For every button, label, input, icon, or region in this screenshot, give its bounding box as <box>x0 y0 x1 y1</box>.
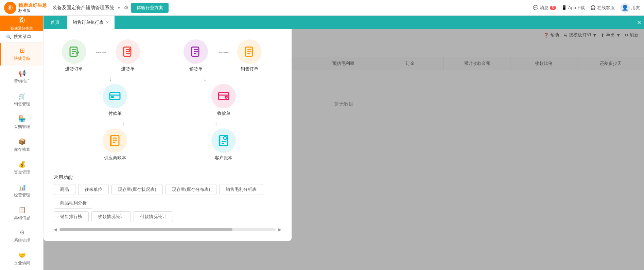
sidebar-label-quick: 快捷导航 <box>14 56 30 61</box>
sidebar-label-enterprise: 企业协同 <box>14 260 30 266</box>
avatar: 👤 <box>620 3 630 13</box>
sidebar-item-basic[interactable]: 📋 基础信息 <box>0 202 43 225</box>
common-section: 常用功能 商品 往来单位 现存量(库存状况表) 现存量(库存分布表) 销售毛利分… <box>54 175 281 222</box>
experience-button[interactable]: 体验行业方案 <box>131 3 169 13</box>
sidebar-logo: ⑥ 畅康通好生意 <box>0 16 43 31</box>
btn-product-margin[interactable]: 商品毛利分析 <box>54 198 93 209</box>
spacer1 <box>54 75 94 83</box>
btn-payment-stats[interactable]: 付款情况统计 <box>134 211 173 222</box>
flow-node-supplier-book[interactable]: 供应商账本 <box>94 128 135 161</box>
flow-col-purchase-bill: 进货单 <box>107 39 148 72</box>
flow-node-customer-book[interactable]: 客户账本 <box>203 128 244 161</box>
logo-sub: 标准版 <box>18 8 47 14</box>
right-content: 首页 销售订单执行表 ✕ ✕ ❓ 帮助 🖨 按 <box>43 16 644 270</box>
customer-book-icon <box>211 128 236 153</box>
basic-icon: 📋 <box>18 206 26 214</box>
btn-sales-margin[interactable]: 销售毛利分析表 <box>219 184 263 195</box>
btn-receipt-stats[interactable]: 收款情况统计 <box>91 211 131 222</box>
content-body: ❓ 帮助 🖨 按模板打印 ▼ ⬆ 导出 ▼ ↻ 刷 <box>43 29 644 270</box>
scroll-bar-area: ◀ ▶ <box>54 225 281 234</box>
enterprise-icon: 🤝 <box>18 252 26 259</box>
marketing-icon: 📢 <box>18 70 26 77</box>
customer-book-label: 客户账本 <box>215 155 232 161</box>
sidebar-item-purchase[interactable]: 🏪 采购管理 <box>0 111 43 134</box>
flow-node-purchase-order[interactable]: 进货订单 <box>54 39 94 72</box>
flow-node-payment[interactable]: 付款单 <box>94 84 135 116</box>
supplier-book-icon <box>103 128 127 153</box>
message-button[interactable]: 💬 消息 5 <box>533 5 556 11</box>
scroll-left-arrow[interactable]: ◀ <box>54 227 57 232</box>
down-arrow-receipt: ↓ <box>204 120 228 127</box>
online-service-label: 在线客服 <box>597 5 615 11</box>
flow-col-purchase-order: 进货订单 <box>54 39 94 72</box>
purchase-bill-label: 进货单 <box>121 66 135 72</box>
tab-home[interactable]: 首页 <box>43 16 67 29</box>
sales-icon: 🛒 <box>18 92 26 100</box>
down-arrow-payment: ↓ <box>111 120 136 127</box>
scroll-thumb <box>59 228 232 231</box>
scroll-right-arrow[interactable]: ▶ <box>278 227 281 232</box>
headset-icon: 🎧 <box>590 5 596 10</box>
sidebar-item-sales[interactable]: 🛒 销售管理 <box>0 88 43 111</box>
gear-icon[interactable]: ⚙ <box>124 4 128 11</box>
sidebar-item-enterprise[interactable]: 🤝 企业协同 <box>0 248 43 270</box>
sales-bill-label: 销货单 <box>189 66 203 72</box>
purchase-order-label: 进货订单 <box>65 66 83 72</box>
btn-contacts[interactable]: 往来单位 <box>78 184 109 195</box>
tab-bar-close-icon[interactable]: ✕ <box>637 19 641 26</box>
btn-stock-dist[interactable]: 现存量(库存分布表) <box>166 184 217 195</box>
flow-down-row: ↓ ↓ <box>54 75 281 83</box>
purchase-order-icon <box>62 39 86 64</box>
sidebar-item-system[interactable]: ⚙ 系统管理 <box>0 225 43 248</box>
common-title: 常用功能 <box>54 175 281 181</box>
sidebar: ⑥ 畅康通好生意 🔍 搜索菜单 ⊞ 快捷导航 📢 营销推广 🛒 销售管理 🏪 <box>0 16 43 270</box>
down-arrow-receipt-icon: ↓ <box>215 120 218 127</box>
down-arrow-sales: ↓ <box>183 75 224 83</box>
sidebar-item-quick[interactable]: ⊞ 快捷导航 <box>0 43 43 66</box>
sidebar-logo-icon: ⑥ <box>18 16 25 25</box>
sales-order-icon <box>237 39 262 64</box>
tab-close-icon[interactable]: ✕ <box>106 20 109 25</box>
system-name-area: 装备及固定资产辅助管理系统 ▼ ⚙ 体验行业方案 <box>52 3 533 13</box>
down-arrow-purchase: ↓ <box>94 75 115 83</box>
flow-section: 进货订单 - - - → 进货单 <box>54 36 281 171</box>
btn-sales-rank[interactable]: 销售排行榜 <box>54 211 89 222</box>
sidebar-label-inventory: 库存核算 <box>14 147 30 152</box>
search-icon: 🔍 <box>6 34 12 39</box>
sidebar-item-marketing[interactable]: 📢 营销推广 <box>0 66 43 88</box>
tab-sales-order[interactable]: 销售订单执行表 ✕ <box>67 16 115 29</box>
flow-col-sales-order: 销售订单 <box>229 39 270 72</box>
sidebar-search[interactable]: 🔍 搜索菜单 <box>0 31 43 43</box>
supplier-book-label: 供应商账本 <box>104 155 126 161</box>
flow-node-receipt[interactable]: 收款单 <box>203 84 244 116</box>
purchase-bill-icon <box>116 39 140 64</box>
sidebar-item-operation[interactable]: 📊 经营管理 <box>0 179 43 202</box>
funds-icon: 💰 <box>18 161 26 168</box>
spacer6 <box>136 120 204 127</box>
logo-area: ⑥ 畅康通好生意 标准版 <box>4 2 47 14</box>
flow-node-purchase-bill[interactable]: 进货单 <box>107 39 148 72</box>
scroll-track[interactable] <box>59 228 276 231</box>
sidebar-item-funds[interactable]: 💰 资金管理 <box>0 157 43 179</box>
modal-overlay[interactable]: 进货订单 - - - → 进货单 <box>43 29 644 270</box>
online-service-button[interactable]: 🎧 在线客服 <box>590 5 615 11</box>
logo-icon: ⑥ <box>4 2 16 14</box>
app-download-button[interactable]: 📱 App下载 <box>561 5 585 11</box>
logo-text: 畅康通好生意 标准版 <box>18 2 47 14</box>
btn-stock-status[interactable]: 现存量(库存状况表) <box>111 184 163 195</box>
sidebar-label-operation: 经营管理 <box>14 192 30 198</box>
payment-icon <box>103 84 127 108</box>
user-area[interactable]: 👤 用友 <box>620 3 640 13</box>
common-buttons-2: 销售排行榜 收款情况统计 付款情况统计 <box>54 211 281 222</box>
flow-node-sales-bill[interactable]: 销货单 <box>175 39 216 72</box>
payment-label: 付款单 <box>108 110 122 116</box>
flow-node-sales-order[interactable]: 销售订单 <box>229 39 270 72</box>
system-dropdown-icon[interactable]: ▼ <box>117 5 121 10</box>
btn-product[interactable]: 商品 <box>54 184 75 195</box>
sales-bill-icon <box>184 39 208 64</box>
user-name: 用友 <box>631 5 640 11</box>
search-label: 搜索菜单 <box>14 34 31 40</box>
sidebar-item-inventory[interactable]: 📦 库存核算 <box>0 134 43 157</box>
home-label: 首页 <box>50 19 60 25</box>
top-bar-right: 💬 消息 5 📱 App下载 🎧 在线客服 👤 用友 <box>533 3 640 13</box>
